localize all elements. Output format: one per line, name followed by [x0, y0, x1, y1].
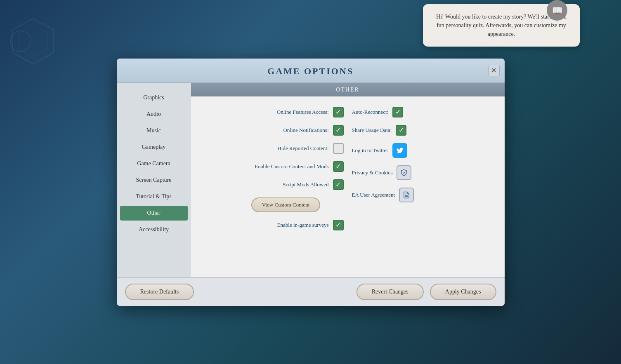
sidebar-item-music[interactable]: Music [117, 122, 191, 139]
game-options-modal: Game Options ✕ Graphics Audio Music Game… [117, 59, 505, 306]
modal-overlay: Game Options ✕ Graphics Audio Music Game… [0, 0, 621, 364]
twitter-label: Log in to Twitter [352, 147, 388, 154]
restore-defaults-button[interactable]: Restore Defaults [125, 284, 194, 300]
sidebar: Graphics Audio Music Gameplay Game Camer… [117, 83, 191, 277]
modal-body: Graphics Audio Music Gameplay Game Camer… [117, 83, 505, 277]
sidebar-item-other[interactable]: Other [120, 206, 188, 221]
share-usage-row: Share Usage Data: ✓ [352, 125, 492, 136]
share-usage-checkbox[interactable]: ✓ [396, 125, 406, 136]
online-notifications-checkbox[interactable]: ✓ [333, 125, 344, 136]
sidebar-item-graphics[interactable]: Graphics [117, 89, 191, 106]
sidebar-item-screen-capture[interactable]: Screen Capture [117, 172, 191, 188]
modal-footer: Restore Defaults Revert Changes Apply Ch… [117, 277, 505, 306]
privacy-row: Privacy & Cookies [352, 165, 492, 180]
sidebar-item-tutorial[interactable]: Tutorial & Tips [117, 188, 191, 205]
auto-reconnect-row: Auto-Reconnect: ✓ [352, 107, 492, 117]
footer-right-buttons: Revert Changes Apply Changes [357, 284, 496, 300]
settings-grid: Online Features Access: ✓ Online Notific… [203, 107, 492, 230]
enable-custom-checkbox[interactable]: ✓ [333, 161, 344, 172]
script-mods-label: Script Mods Allowed [283, 181, 328, 188]
ea-agreement-button[interactable] [399, 188, 414, 202]
hide-reported-row: Hide Reported Content: [203, 143, 344, 154]
ea-agreement-row: EA User Agreement [352, 188, 492, 202]
ea-agreement-label: EA User Agreement [352, 192, 395, 198]
twitter-button[interactable] [392, 143, 407, 158]
main-content: Other Online Features Access: ✓ [191, 83, 505, 277]
ingame-surveys-checkbox[interactable]: ✓ [333, 220, 344, 230]
settings-container: Online Features Access: ✓ Online Notific… [191, 96, 505, 277]
online-features-checkbox[interactable]: ✓ [333, 107, 344, 117]
ingame-surveys-row: Enable in-game surveys ✓ [203, 220, 344, 230]
left-column: Online Features Access: ✓ Online Notific… [203, 107, 344, 230]
online-features-row: Online Features Access: ✓ [203, 107, 344, 117]
revert-changes-button[interactable]: Revert Changes [357, 284, 424, 300]
share-usage-label: Share Usage Data: [352, 127, 392, 134]
twitter-row: Log in to Twitter [352, 143, 492, 158]
online-features-label: Online Features Access: [277, 109, 329, 115]
enable-custom-label: Enable Custom Content and Mods [255, 163, 328, 170]
close-button[interactable]: ✕ [488, 65, 500, 76]
modal-title: Game Options [267, 66, 354, 76]
sidebar-item-accessibility[interactable]: Accessibility [117, 221, 191, 238]
apply-changes-button[interactable]: Apply Changes [430, 284, 496, 300]
sidebar-item-audio[interactable]: Audio [117, 106, 191, 122]
privacy-button[interactable] [397, 165, 411, 180]
script-mods-checkbox[interactable]: ✓ [333, 179, 344, 190]
section-header: Other [191, 83, 505, 96]
online-notifications-label: Online Notifications: [283, 127, 328, 134]
view-custom-row: View Custom Content [203, 197, 344, 212]
privacy-label: Privacy & Cookies [352, 169, 393, 176]
hide-reported-checkbox[interactable] [333, 143, 344, 154]
auto-reconnect-label: Auto-Reconnect: [352, 109, 389, 115]
online-notifications-row: Online Notifications: ✓ [203, 125, 344, 136]
modal-header: Game Options ✕ [117, 59, 505, 83]
right-column: Auto-Reconnect: ✓ Share Usage Data: ✓ Lo… [352, 107, 492, 230]
sidebar-item-gameplay[interactable]: Gameplay [117, 139, 191, 155]
enable-custom-row: Enable Custom Content and Mods ✓ [203, 161, 344, 172]
hide-reported-label: Hide Reported Content: [277, 145, 328, 152]
auto-reconnect-checkbox[interactable]: ✓ [392, 107, 403, 117]
script-mods-row: Script Mods Allowed ✓ [203, 179, 344, 190]
ingame-surveys-label: Enable in-game surveys [277, 222, 329, 228]
sidebar-item-game-camera[interactable]: Game Camera [117, 155, 191, 172]
view-custom-content-button[interactable]: View Custom Content [251, 197, 321, 212]
